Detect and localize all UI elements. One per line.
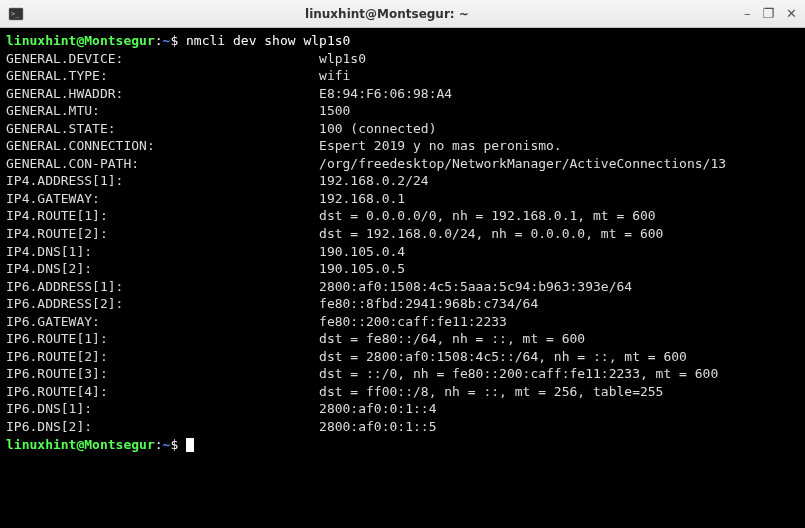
cursor [186,438,194,452]
output-row: IP6.GATEWAY: fe80::200:caff:fe11:2233 [6,313,799,331]
output-row: GENERAL.TYPE: wifi [6,67,799,85]
prompt-user-host: linuxhint@Montsegur [6,437,155,452]
output-row: IP6.ROUTE[1]: dst = fe80::/64, nh = ::, … [6,330,799,348]
output-row: GENERAL.MTU: 1500 [6,102,799,120]
close-button[interactable]: ✕ [786,7,797,20]
output-row: IP4.GATEWAY: 192.168.0.1 [6,190,799,208]
output-row: GENERAL.CON-PATH: /org/freedesktop/Netwo… [6,155,799,173]
shell-prompt: linuxhint@Montsegur:~$ [6,437,186,452]
terminal-area[interactable]: linuxhint@Montsegur:~$ nmcli dev show wl… [0,28,805,528]
output-row: GENERAL.STATE: 100 (connected) [6,120,799,138]
shell-prompt: linuxhint@Montsegur:~$ [6,33,186,48]
output-row: IP4.ROUTE[2]: dst = 192.168.0.0/24, nh =… [6,225,799,243]
prompt-dollar: $ [170,33,186,48]
window-title: linuxhint@Montsegur: ~ [30,7,744,21]
output-row: IP6.ADDRESS[2]: fe80::8fbd:2941:968b:c73… [6,295,799,313]
output-row: IP4.DNS[2]: 190.105.0.5 [6,260,799,278]
prompt-dollar: $ [170,437,186,452]
output-row: IP6.ROUTE[2]: dst = 2800:af0:1508:4c5::/… [6,348,799,366]
window-titlebar: >_ linuxhint@Montsegur: ~ – ❐ ✕ [0,0,805,28]
output-row: IP4.ADDRESS[1]: 192.168.0.2/24 [6,172,799,190]
output-row: IP4.DNS[1]: 190.105.0.4 [6,243,799,261]
output-row: GENERAL.CONNECTION: Espert 2019 y no mas… [6,137,799,155]
output-row: GENERAL.DEVICE: wlp1s0 [6,50,799,68]
svg-text:>_: >_ [11,10,20,18]
command-text: nmcli dev show wlp1s0 [186,33,350,48]
output-row: GENERAL.HWADDR: E8:94:F6:06:98:A4 [6,85,799,103]
output-row: IP6.DNS[1]: 2800:af0:0:1::4 [6,400,799,418]
minimize-button[interactable]: – [744,7,751,20]
output-row: IP6.ROUTE[4]: dst = ff00::/8, nh = ::, m… [6,383,799,401]
maximize-button[interactable]: ❐ [762,7,774,20]
prompt-user-host: linuxhint@Montsegur [6,33,155,48]
output-row: IP4.ROUTE[1]: dst = 0.0.0.0/0, nh = 192.… [6,207,799,225]
output-row: IP6.ROUTE[3]: dst = ::/0, nh = fe80::200… [6,365,799,383]
terminal-icon: >_ [8,6,24,22]
output-row: IP6.ADDRESS[1]: 2800:af0:1508:4c5:5aaa:5… [6,278,799,296]
output-row: IP6.DNS[2]: 2800:af0:0:1::5 [6,418,799,436]
